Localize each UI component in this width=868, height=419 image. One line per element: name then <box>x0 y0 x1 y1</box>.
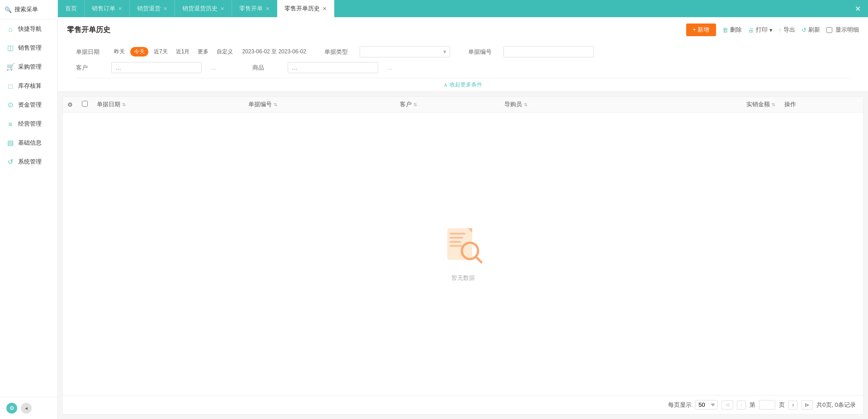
tab-bar-right: ✕ <box>855 5 868 13</box>
print-dropdown-icon: ▾ <box>769 27 773 33</box>
print-icon: 🖨 <box>748 27 754 33</box>
tab-sales-return-close[interactable]: ✕ <box>163 6 167 12</box>
sidebar-item-system[interactable]: ↺ 系统管理 <box>0 152 57 171</box>
current-page-input[interactable]: 1 <box>759 400 775 410</box>
sidebar-item-finance[interactable]: ⊙ 资金管理 <box>0 95 57 114</box>
last-page-button[interactable]: ⊳ <box>801 400 813 410</box>
tab-retail-history[interactable]: 零售开单历史 ✕ <box>277 0 334 17</box>
sort-customer-icon[interactable]: ⇅ <box>413 102 417 107</box>
delete-icon: 🗑 <box>722 27 728 33</box>
filter-area: 单据日期 昨天 今天 近7天 近1月 更多 自定义 2023-06-02 至 2… <box>67 42 859 91</box>
product-dots[interactable]: … <box>387 65 393 71</box>
total-text: 共0页, 0条记录 <box>816 401 856 409</box>
page-title: 零售开单历史 <box>67 25 110 35</box>
table-gear-icon[interactable]: ⚙ <box>67 101 73 108</box>
date-btn-more[interactable]: 更多 <box>195 47 211 56</box>
date-btn-yesterday[interactable]: 昨天 <box>111 47 128 56</box>
doc-no-input[interactable] <box>503 46 594 57</box>
system-icon: ↺ <box>6 158 14 166</box>
sidebar-item-operations[interactable]: ≡ 经营管理 <box>0 114 57 133</box>
collapse-label: 收起更多条件 <box>450 81 482 89</box>
display-detail-checkbox[interactable] <box>826 27 832 33</box>
doc-type-label: 单据类型 <box>324 48 351 56</box>
home-icon: ⌂ <box>6 25 14 33</box>
next-page-button[interactable]: › <box>788 400 797 410</box>
sidebar-item-inventory[interactable]: □ 库存核算 <box>0 76 57 95</box>
print-button[interactable]: 🖨 打印 ▾ <box>748 26 773 34</box>
date-btn-today[interactable]: 今天 <box>130 47 148 56</box>
sidebar: 🔍 搜索采单 ⌂ 快捷导航 ◫ 销售管理 🛒 采购管理 □ 库存核算 ⊙ 资金管… <box>0 0 58 419</box>
empty-state: 暂无数据 <box>63 113 863 395</box>
sidebar-item-label: 系统管理 <box>18 158 42 166</box>
col-salesperson: 导购员 ⇅ <box>500 97 628 113</box>
inventory-icon: □ <box>6 82 14 90</box>
tab-retail-history-close[interactable]: ✕ <box>323 6 327 12</box>
tab-sales-return[interactable]: 销货退货 ✕ <box>130 0 175 17</box>
prev-page-button[interactable]: ‹ <box>737 400 746 410</box>
refresh-button[interactable]: ↺ 刷新 <box>802 26 820 34</box>
tab-sales-return-history[interactable]: 销货退货历史 ✕ <box>175 0 232 17</box>
doc-type-select[interactable] <box>360 46 450 57</box>
tab-retail-open[interactable]: 零售开单 ✕ <box>232 0 277 17</box>
tab-home[interactable]: 首页 <box>58 0 85 17</box>
purchase-icon: 🛒 <box>6 63 14 71</box>
customer-dots[interactable]: … <box>211 65 216 71</box>
page-label: 页 <box>779 401 785 409</box>
add-button[interactable]: + 新增 <box>686 24 716 36</box>
display-detail-button[interactable]: 显示明细 <box>826 26 859 34</box>
sidebar-search-label: 搜索采单 <box>14 5 38 14</box>
baseinfo-icon: ▤ <box>6 139 14 147</box>
refresh-icon: ↺ <box>802 27 806 33</box>
settings-bottom-icon[interactable]: ⚙ <box>6 403 17 414</box>
sidebar-item-quick-nav[interactable]: ⌂ 快捷导航 <box>0 19 57 38</box>
date-filter-label: 单据日期 <box>76 48 102 56</box>
tab-bar: 首页 销售订单 ✕ 销货退货 ✕ 销货退货历史 ✕ 零售开单 ✕ 零售开单历史 … <box>58 0 868 17</box>
per-page-select[interactable]: 50 100 <box>695 400 718 410</box>
customer-input[interactable] <box>111 62 202 73</box>
sort-date-icon[interactable]: ⇅ <box>122 102 126 107</box>
collapse-bar[interactable]: ∧ 收起更多条件 <box>76 78 850 91</box>
sidebar-item-purchase-mgmt[interactable]: 🛒 采购管理 <box>0 57 57 76</box>
sort-no-icon[interactable]: ⇅ <box>274 102 277 107</box>
sidebar-search[interactable]: 🔍 搜索采单 <box>0 0 57 19</box>
sidebar-item-label: 基础信息 <box>18 139 42 147</box>
sort-amount-icon[interactable]: ⇅ <box>772 102 775 107</box>
date-btn-custom[interactable]: 自定义 <box>214 47 236 56</box>
sidebar-item-label: 资金管理 <box>18 101 42 109</box>
table-settings-col: ⚙ <box>63 97 77 113</box>
empty-text: 暂无数据 <box>451 274 475 282</box>
svg-line-6 <box>476 257 481 262</box>
sidebar-item-base-info[interactable]: ▤ 基础信息 <box>0 133 57 152</box>
tab-sales-return-history-close[interactable]: ✕ <box>220 6 224 12</box>
col-no: 单据编号 ⇅ <box>244 97 395 113</box>
tab-sales-order[interactable]: 销售订单 ✕ <box>85 0 130 17</box>
sidebar-item-sales-mgmt[interactable]: ◫ 销售管理 <box>0 38 57 57</box>
select-all-checkbox[interactable] <box>82 101 88 107</box>
sort-salesperson-icon[interactable]: ⇅ <box>524 102 527 107</box>
data-table: ⚙ 单据日期 ⇅ 单据编号 ⇅ <box>63 97 863 113</box>
delete-button[interactable]: 🗑 删除 <box>722 26 742 34</box>
export-button[interactable]: ↑ 导出 <box>779 26 796 34</box>
tab-retail-open-close[interactable]: ✕ <box>266 6 270 12</box>
sidebar-item-label: 经营管理 <box>18 120 42 128</box>
main-area: 首页 销售订单 ✕ 销货退货 ✕ 销货退货历史 ✕ 零售开单 ✕ 零售开单历史 … <box>58 0 868 419</box>
doc-no-label: 单据编号 <box>468 48 494 56</box>
content-area: 零售开单历史 + 新增 🗑 删除 🖨 打印 ▾ ↑ 导出 <box>58 17 868 419</box>
collapse-icon: ∧ <box>444 82 448 88</box>
date-btn-last7[interactable]: 近7天 <box>151 47 171 56</box>
export-icon: ↑ <box>779 27 782 33</box>
filter-row-2: 客户 … 商品 … <box>76 62 850 73</box>
svg-rect-1 <box>450 233 465 235</box>
svg-rect-3 <box>450 241 461 243</box>
first-page-button[interactable]: ⊲ <box>721 400 733 410</box>
col-customer: 客户 ⇅ <box>395 97 500 113</box>
window-close-icon[interactable]: ✕ <box>855 5 861 13</box>
tab-sales-order-close[interactable]: ✕ <box>118 6 122 12</box>
finance-icon: ⊙ <box>6 101 14 109</box>
collapse-sidebar-icon[interactable]: ◂ <box>21 403 32 414</box>
col-date: 单据日期 ⇅ <box>92 97 244 113</box>
date-btn-last-month[interactable]: 近1月 <box>173 47 193 56</box>
sidebar-item-label: 销售管理 <box>18 44 42 52</box>
product-input[interactable] <box>288 62 378 73</box>
empty-icon <box>441 226 486 267</box>
